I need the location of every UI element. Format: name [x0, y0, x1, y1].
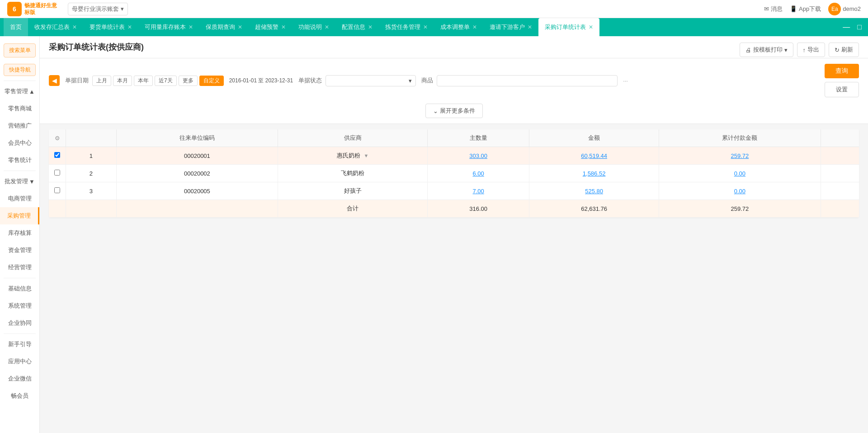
filter-collapse-button[interactable]: ◀	[49, 75, 60, 86]
date-more-button[interactable]: 更多	[179, 76, 198, 86]
quick-nav-area: 快捷导航	[0, 61, 39, 79]
table-row[interactable]: 3 00020005 好孩子 7.00 525.80 0.00	[49, 182, 859, 200]
row-paid: 259.72	[659, 147, 821, 165]
tab-home[interactable]: 首页	[4, 18, 28, 36]
footer-paid: 259.72	[659, 200, 821, 218]
export-button[interactable]: ↑ 导出	[797, 43, 826, 57]
sidebar-item-jichuxinxi[interactable]: 基础信息	[0, 280, 39, 297]
th-extra	[821, 129, 859, 147]
tab-baozhi[interactable]: 保质期查询 ✕	[199, 18, 249, 36]
expand-more-button[interactable]: ⌄ 展开更多条件	[425, 104, 483, 118]
sidebar-item-xitongguanli[interactable]: 系统管理	[0, 297, 39, 314]
date-this-year-button[interactable]: 本年	[134, 76, 153, 86]
tab-yaoqing[interactable]: 邀请下游客户 ✕	[483, 18, 538, 36]
gear-icon[interactable]: ⚙	[55, 135, 60, 142]
page-title: 采购订单统计表(按供应商)	[49, 42, 144, 52]
tab-chaochuyujing[interactable]: 超储预警 ✕	[249, 18, 292, 36]
tab-gongneng[interactable]: 功能说明 ✕	[292, 18, 335, 36]
sidebar-item-yingyongzhongxin[interactable]: 应用中心	[0, 353, 39, 370]
account-selector[interactable]: 母婴行业演示账套 ▾	[68, 3, 128, 15]
date-quick-buttons: 上月 本月 本年 近7天 更多 自定义	[92, 76, 224, 86]
row-actions	[821, 147, 859, 165]
filter-row: ◀ 单据日期 上月 本月 本年 近7天 更多 自定义 2016-01-01 至 …	[49, 64, 859, 97]
close-icon[interactable]: ✕	[528, 24, 532, 30]
tab-yaohuo[interactable]: 要货单统计表 ✕	[83, 18, 138, 36]
sidebar-item-qiyeweixin[interactable]: 企业微信	[0, 370, 39, 387]
setting-button[interactable]: 设置	[825, 82, 859, 97]
sidebar-item-huiyuanzhongxin[interactable]: 会员中心	[0, 134, 39, 152]
maximize-icon[interactable]: □	[854, 21, 864, 33]
query-button[interactable]: 查询	[825, 64, 859, 78]
row-supplier-code: 00020001	[116, 147, 278, 165]
sidebar-item-qiyexietong[interactable]: 企业协同	[0, 314, 39, 332]
row-checkbox[interactable]	[49, 182, 66, 200]
tab-shoufacun[interactable]: 收发存汇总表 ✕	[28, 18, 83, 36]
close-icon[interactable]: ✕	[368, 24, 373, 30]
refresh-button[interactable]: ↻ 刷新	[829, 43, 859, 57]
logo-area: 6 畅捷通好生意 标版	[7, 2, 57, 16]
footer-checkbox	[49, 200, 66, 218]
close-icon[interactable]: ✕	[238, 24, 242, 30]
close-icon[interactable]: ✕	[325, 24, 329, 30]
row-checkbox[interactable]	[49, 147, 66, 165]
row-checkbox[interactable]	[49, 165, 66, 182]
close-icon[interactable]: ✕	[127, 24, 132, 30]
close-icon[interactable]: ✕	[72, 24, 77, 30]
sidebar-item-lingshoutongji[interactable]: 零售统计	[0, 152, 39, 169]
date-this-month-button[interactable]: 本月	[113, 76, 132, 86]
user-menu[interactable]: Ea demo2	[828, 3, 861, 15]
sidebar-item-jingyingguanli[interactable]: 经营管理	[0, 259, 39, 276]
row-amount: 1,586.52	[529, 165, 659, 182]
sidebar-item-zijinguanli[interactable]: 资金管理	[0, 242, 39, 259]
status-select[interactable]: ▾	[326, 75, 416, 86]
date-range-display: 2016-01-01 至 2023-12-31	[229, 77, 293, 85]
th-paid: 累计付款金额	[659, 129, 821, 147]
top-bar: 6 畅捷通好生意 标版 母婴行业演示账套 ▾ ✉ 消息 📱 App下载 Ea d…	[0, 0, 868, 18]
minimize-icon[interactable]: —	[840, 21, 853, 33]
tab-tihuo[interactable]: 拣货任务管理 ✕	[379, 18, 434, 36]
date-7days-button[interactable]: 近7天	[155, 76, 177, 86]
sidebar-item-pifaguanli[interactable]: 批发管理 ▼	[0, 173, 39, 190]
row-quantity: 6.00	[428, 165, 529, 182]
nav-tabs: 首页 收发存汇总表 ✕ 要货单统计表 ✕ 可用量库存账本 ✕ 保质期查询 ✕ 超…	[0, 18, 868, 36]
sidebar-item-lingshougoumai[interactable]: 零售商城	[0, 100, 39, 117]
close-icon[interactable]: ✕	[472, 24, 477, 30]
row-quantity: 303.00	[428, 147, 529, 165]
sidebar-item-kucunhexuan[interactable]: 库存核算	[0, 224, 39, 242]
table-row[interactable]: 2 00020002 飞鹤奶粉 6.00 1,586.52 0.00	[49, 165, 859, 182]
more-icon[interactable]: ···	[623, 77, 628, 84]
sidebar-item-xinshouyindao[interactable]: 新手引导	[0, 336, 39, 353]
close-icon[interactable]: ✕	[423, 24, 428, 30]
print-button[interactable]: 🖨 按模板打印 ▾	[740, 43, 793, 57]
quick-nav-button[interactable]: 快捷导航	[4, 64, 36, 76]
search-menu-button[interactable]: 搜索菜单	[4, 43, 36, 57]
logo-text: 畅捷通好生意 标版	[24, 2, 57, 15]
row-supplier-name: 好孩子	[278, 182, 428, 200]
app-download-button[interactable]: 📱 App下载	[790, 5, 821, 13]
sidebar-divider	[4, 81, 36, 81]
close-icon[interactable]: ✕	[589, 24, 593, 30]
sidebar-item-lingshougaunli[interactable]: 零售管理 ▲	[0, 83, 39, 100]
close-icon[interactable]: ✕	[281, 24, 286, 30]
tab-caigou-active[interactable]: 采购订单统计表 ✕	[538, 18, 599, 36]
goods-input[interactable]	[437, 75, 618, 86]
download-icon: 📱	[790, 5, 797, 12]
sidebar-item-yingxiaotuguan[interactable]: 营销推广	[0, 117, 39, 134]
date-last-month-button[interactable]: 上月	[92, 76, 111, 86]
row-quantity: 7.00	[428, 182, 529, 200]
export-icon: ↑	[803, 47, 806, 53]
message-button[interactable]: ✉ 消息	[764, 5, 783, 13]
sidebar-item-changhui[interactable]: 畅会员	[0, 387, 39, 404]
tab-chengben[interactable]: 成本调整单 ✕	[434, 18, 483, 36]
tab-peizhi[interactable]: 配置信息 ✕	[335, 18, 379, 36]
table-area: ⚙ 往来单位编码 供应商 主数量 金额 累计付款金额 1	[40, 124, 868, 433]
date-custom-button[interactable]: 自定义	[199, 76, 224, 86]
table-footer-row: 合计 316.00 62,631.76 259.72	[49, 200, 859, 218]
close-icon[interactable]: ✕	[189, 24, 193, 30]
tab-kucun[interactable]: 可用量库存账本 ✕	[138, 18, 199, 36]
sidebar-item-caigouguanli[interactable]: 采购管理	[0, 207, 39, 224]
row-index: 1	[66, 147, 117, 165]
footer-index	[66, 200, 117, 218]
sidebar-item-dianshang[interactable]: 电商管理	[0, 190, 39, 207]
table-row[interactable]: 1 00020001 惠氏奶粉 ▼ 303.00 60,519.44 259.7…	[49, 147, 859, 165]
